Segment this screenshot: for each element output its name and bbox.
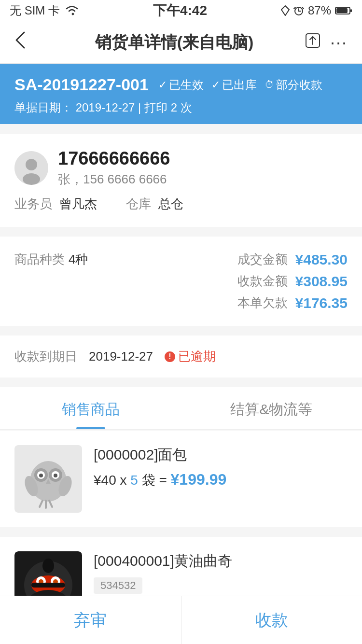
product-card-1: [0000002]面包 ¥40 x 5 袋 = ¥199.99 [0, 431, 362, 527]
order-date-row: 单据日期： 2019-12-27 | 打印 2 次 [14, 100, 348, 115]
more-button[interactable]: ··· [330, 32, 348, 53]
customer-phone: 17666666666 [58, 148, 170, 169]
battery-text: 87% [308, 4, 331, 17]
debt-row: 本单欠款 ¥176.35 [237, 294, 348, 311]
status-partial: ⏱ 部分收款 [265, 77, 322, 93]
warehouse-row: 仓库 总仓 [126, 196, 183, 212]
customer-section: 17666666666 张，156 6666 6666 业务员 曾凡杰 仓库 总… [0, 134, 362, 227]
clock-icon: ⏱ [265, 79, 274, 90]
wifi-icon [65, 5, 79, 16]
svg-point-32 [42, 559, 54, 573]
svg-point-9 [26, 159, 37, 170]
location-icon [281, 5, 290, 16]
due-date-value: 2019-12-27 [89, 349, 153, 364]
tab-settlement[interactable]: 结算&物流等 [181, 387, 362, 429]
nav-actions: ··· [305, 32, 348, 53]
tabs-row: 销售商品 结算&物流等 [0, 387, 362, 429]
status-badges: ✓ 已生效 ✓ 已出库 ⏱ 部分收款 [158, 77, 322, 93]
status-effective: ✓ 已生效 [158, 77, 204, 93]
sales-person-row: 业务员 曾凡杰 [14, 196, 97, 212]
category-label: 商品种类 [14, 251, 65, 268]
due-section: 收款到期日 2019-12-27 ! 已逾期 [0, 336, 362, 378]
customer-name-phone: 张，156 6666 6666 [58, 171, 170, 188]
print-info: | 打印 2 次 [138, 101, 192, 114]
category-value: 4种 [69, 251, 88, 268]
amount-label: 成交金额 [237, 251, 288, 268]
sales-person-label: 业务员 [14, 196, 52, 211]
product-name-2: [000400001]黄油曲奇 [94, 551, 348, 571]
nav-bar: 销货单详情(来自电脑) ··· [0, 21, 362, 64]
category-row: 商品种类 4种 [14, 251, 181, 268]
stats-right: 成交金额 ¥485.30 收款金额 ¥308.95 本单欠款 ¥176.35 [181, 251, 348, 311]
alarm-icon [293, 5, 304, 16]
check-icon-1: ✓ [158, 79, 167, 91]
svg-point-18 [54, 474, 57, 477]
status-time: 下午4:42 [153, 1, 207, 20]
product-info-1: [0000002]面包 ¥40 x 5 袋 = ¥199.99 [94, 445, 348, 490]
status-bar: 无 SIM 卡 下午4:42 87% [0, 0, 362, 21]
date-label: 单据日期： [14, 101, 72, 114]
avatar [14, 151, 48, 185]
price-qty-1: 5 [130, 473, 138, 488]
bottom-bar: 弃审 收款 [0, 596, 362, 644]
tab-sales-products[interactable]: 销售商品 [0, 387, 181, 429]
svg-point-17 [39, 474, 43, 477]
amount-row: 成交金额 ¥485.30 [237, 251, 348, 268]
product-name-1: [0000002]面包 [94, 445, 348, 465]
status-left: 无 SIM 卡 [10, 3, 79, 18]
price-unit-1: ¥40 [94, 473, 116, 488]
warehouse-value: 总仓 [158, 196, 183, 211]
product-sku-2: 534532 [94, 577, 142, 594]
owl-placeholder-icon [14, 445, 82, 513]
stats-section: 商品种类 4种 成交金额 ¥485.30 收款金额 ¥308.95 本单欠款 ¥… [0, 237, 362, 326]
order-date: 2019-12-27 [76, 101, 135, 114]
share-button[interactable] [305, 33, 320, 52]
svg-point-10 [23, 173, 40, 185]
status-right: 87% [281, 4, 352, 17]
overdue-icon: ! [165, 351, 175, 362]
check-icon-2: ✓ [211, 79, 220, 91]
warehouse-label: 仓库 [126, 196, 151, 211]
battery-icon [335, 6, 352, 15]
received-label: 收款金额 [237, 273, 288, 290]
price-total-1: ¥199.99 [171, 471, 227, 488]
overdue-badge: ! 已逾期 [165, 348, 216, 365]
stats-left: 商品种类 4种 [14, 251, 181, 311]
due-label: 收款到期日 [14, 348, 77, 365]
customer-info: 17666666666 张，156 6666 6666 [58, 148, 170, 188]
order-id: SA-20191227-001 [14, 75, 149, 94]
product-image-1 [14, 445, 82, 513]
product-price-1: ¥40 x 5 袋 = ¥199.99 [94, 471, 348, 490]
page-title: 销货单详情(来自电脑) [43, 31, 305, 54]
carrier-text: 无 SIM 卡 [10, 3, 60, 18]
confirm-button[interactable]: 收款 [181, 596, 362, 644]
amount-value: ¥485.30 [295, 252, 348, 268]
svg-rect-5 [350, 9, 352, 12]
tabs-section: 销售商品 结算&物流等 [0, 387, 362, 430]
svg-rect-4 [336, 8, 348, 13]
cancel-button[interactable]: 弃审 [0, 596, 181, 644]
order-header-banner: SA-20191227-001 ✓ 已生效 ✓ 已出库 ⏱ 部分收款 单据日期：… [0, 64, 362, 124]
debt-label: 本单欠款 [237, 294, 288, 311]
sales-person-value: 曾凡杰 [59, 196, 97, 211]
svg-rect-33 [31, 583, 65, 588]
received-row: 收款金额 ¥308.95 [237, 273, 348, 290]
overdue-text: 已逾期 [178, 348, 216, 365]
status-shipped: ✓ 已出库 [211, 77, 257, 93]
customer-meta: 业务员 曾凡杰 仓库 总仓 [14, 196, 348, 212]
back-button[interactable] [14, 30, 43, 54]
debt-value: ¥176.35 [295, 295, 348, 311]
customer-top: 17666666666 张，156 6666 6666 [14, 148, 348, 188]
received-value: ¥308.95 [295, 273, 348, 290]
